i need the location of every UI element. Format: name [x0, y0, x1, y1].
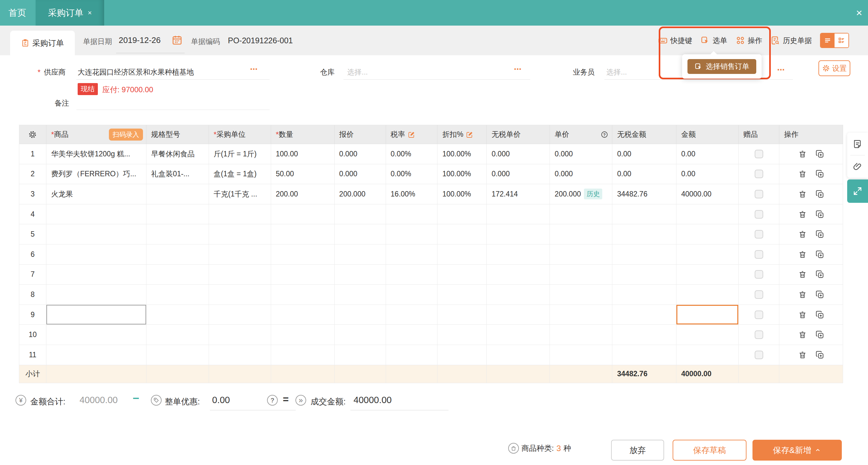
cell-unit[interactable] [209, 265, 271, 285]
cell-qty[interactable]: 200.00 [271, 184, 335, 204]
cell-product[interactable] [46, 204, 147, 225]
cell-spec[interactable] [147, 285, 209, 305]
cell-quote[interactable] [335, 325, 386, 345]
cell-tax[interactable] [386, 204, 438, 225]
cell-spec[interactable] [147, 325, 209, 345]
cell-price_notax[interactable]: 0.000 [487, 144, 550, 164]
cell-price[interactable] [550, 305, 612, 325]
document-tab[interactable]: 采购订单 [10, 31, 75, 55]
cell-amount_notax[interactable] [612, 204, 676, 225]
cell-price_notax[interactable] [487, 204, 550, 225]
delete-row-icon[interactable] [798, 270, 807, 279]
supplier-value[interactable]: 大连花园口经济区景和水果种植基地 [78, 67, 194, 77]
cell-discount[interactable] [437, 204, 487, 225]
cell-qty[interactable]: 50.00 [271, 164, 335, 184]
cell-spec[interactable] [147, 265, 209, 285]
cell-unit[interactable] [209, 204, 271, 225]
delete-row-icon[interactable] [798, 230, 807, 238]
gift-checkbox[interactable] [755, 290, 763, 299]
history-price-badge[interactable]: 历史 [584, 188, 602, 199]
cell-price_notax[interactable] [487, 285, 550, 305]
cell-unit[interactable]: 盒(1盒 = 1盒) [209, 164, 271, 184]
cell-amount[interactable] [676, 265, 739, 285]
cell-qty[interactable] [271, 244, 335, 265]
copy-row-icon[interactable] [816, 270, 824, 279]
expand-button[interactable] [847, 179, 868, 203]
cell-amount[interactable] [676, 325, 739, 345]
save-draft-button[interactable]: 保存草稿 [673, 440, 746, 461]
copy-row-icon[interactable] [816, 150, 824, 158]
gift-checkbox[interactable] [755, 330, 763, 339]
gift-checkbox[interactable] [755, 230, 763, 238]
remark-underline[interactable] [76, 110, 270, 110]
cell-price[interactable] [550, 224, 612, 244]
delete-row-icon[interactable] [798, 210, 807, 219]
history-docs-button[interactable]: 历史单据 [771, 36, 812, 46]
cell-product[interactable] [46, 285, 147, 305]
cell-unit[interactable] [209, 345, 271, 365]
cell-discount[interactable] [437, 285, 487, 305]
cell-amount_notax[interactable] [612, 224, 676, 244]
shortcut-keys-button[interactable]: 快捷键 [658, 36, 692, 46]
cell-discount[interactable]: 100.00% [437, 184, 487, 204]
cell-price[interactable]: 0.000 [550, 164, 612, 184]
cell-amount_notax[interactable]: 34482.76 [612, 184, 676, 204]
column-settings-icon[interactable] [28, 130, 37, 139]
delete-row-icon[interactable] [798, 290, 807, 299]
copy-row-icon[interactable] [816, 190, 824, 198]
copy-row-icon[interactable] [816, 170, 824, 178]
cell-amount_notax[interactable] [612, 305, 676, 325]
cell-price[interactable] [550, 325, 612, 345]
cell-amount[interactable]: 40000.00 [676, 184, 739, 204]
tab-close-icon[interactable]: × [88, 9, 92, 17]
cell-unit[interactable] [209, 285, 271, 305]
copy-row-icon[interactable] [816, 311, 824, 319]
attachment-button[interactable] [847, 155, 868, 178]
gift-checkbox[interactable] [755, 351, 763, 359]
copy-row-icon[interactable] [816, 250, 824, 259]
cell-discount[interactable] [437, 305, 487, 325]
cell-tax[interactable] [386, 244, 438, 265]
cell-discount[interactable] [437, 224, 487, 244]
cell-price_notax[interactable]: 0.000 [487, 164, 550, 184]
select-sales-order-button[interactable]: 选择销售订单 [687, 59, 756, 74]
cell-unit[interactable] [209, 325, 271, 345]
copy-row-icon[interactable] [816, 210, 824, 219]
cell-unit[interactable] [209, 305, 271, 325]
cell-product[interactable] [46, 345, 147, 365]
cell-amount[interactable] [676, 244, 739, 265]
cell-tax[interactable] [386, 345, 438, 365]
cell-discount[interactable] [437, 345, 487, 365]
gift-checkbox[interactable] [755, 170, 763, 178]
calendar-icon[interactable] [172, 35, 182, 46]
cell-tax[interactable] [386, 285, 438, 305]
cell-price[interactable] [550, 265, 612, 285]
list-view-button[interactable] [820, 33, 835, 48]
cell-product[interactable]: 费列罗（FERRERO）巧... [46, 164, 147, 184]
cell-amount_notax[interactable] [612, 345, 676, 365]
gift-checkbox[interactable] [755, 210, 763, 219]
cell-amount_notax[interactable]: 0.00 [612, 164, 676, 184]
delete-row-icon[interactable] [798, 170, 807, 178]
cell-discount[interactable] [437, 325, 487, 345]
cell-price_notax[interactable]: 172.414 [487, 184, 550, 204]
cell-unit[interactable]: 千克(1千克 ... [209, 184, 271, 204]
cell-spec[interactable] [147, 204, 209, 225]
scan-entry-badge[interactable]: 扫码录入 [109, 128, 143, 141]
gift-checkbox[interactable] [755, 190, 763, 198]
cell-unit[interactable] [209, 224, 271, 244]
cell-price_notax[interactable] [487, 325, 550, 345]
delete-row-icon[interactable] [798, 311, 807, 319]
settings-button[interactable]: 设置 [818, 60, 850, 76]
cell-quote[interactable] [335, 285, 386, 305]
cell-product[interactable] [46, 325, 147, 345]
cell-amount_notax[interactable] [612, 285, 676, 305]
cancel-button[interactable]: 放弃 [611, 440, 664, 461]
cell-qty[interactable] [271, 325, 335, 345]
cell-quote[interactable]: 200.000 [335, 184, 386, 204]
help-icon[interactable]: ? [601, 131, 608, 138]
cell-price[interactable] [550, 244, 612, 265]
close-icon[interactable]: × [852, 5, 866, 20]
cell-product[interactable]: 华美华夫软饼1200g 糕... [46, 144, 147, 164]
cell-quote[interactable] [335, 345, 386, 365]
